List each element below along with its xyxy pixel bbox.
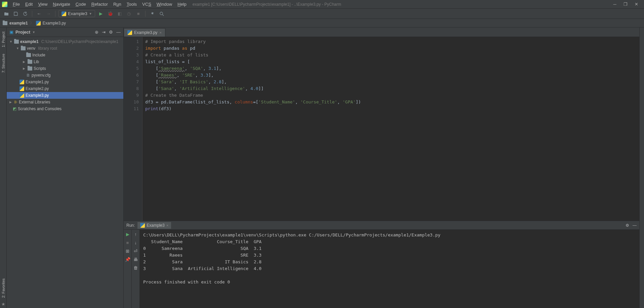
down-icon[interactable]: ↓ <box>134 240 137 245</box>
open-icon[interactable] <box>3 10 10 17</box>
gear-icon[interactable]: ⚙ <box>109 30 113 35</box>
rerun-icon[interactable]: ▶ <box>126 232 129 237</box>
forward-icon[interactable]: → <box>45 10 52 17</box>
profile-icon[interactable]: ◷ <box>125 10 133 17</box>
tree-external-libraries[interactable]: ▶ ⊪ External Libraries <box>7 99 123 105</box>
chevron-down-icon[interactable]: ▼ <box>16 47 19 50</box>
tree-example2[interactable]: Example2.py <box>7 85 123 92</box>
sidetab-structure[interactable]: 7: Structure <box>1 51 6 76</box>
chevron-down-icon[interactable]: ▼ <box>9 40 13 43</box>
svg-point-0 <box>160 12 163 15</box>
tree-example1[interactable]: Example1.py <box>7 79 123 85</box>
library-icon: ⊪ <box>14 100 17 104</box>
run-toolbar-right: ↑ ↓ ⏎ 🖶 🗑 <box>132 230 140 308</box>
project-view-icon: ▣ <box>9 30 13 35</box>
menu-window[interactable]: Window <box>154 1 175 8</box>
tree-scratches[interactable]: ◩ Scratches and Consoles <box>7 105 123 112</box>
tree-pyvenv[interactable]: 🗎 pyvenv.cfg <box>7 72 123 79</box>
breadcrumb-project[interactable]: example1 <box>9 21 28 26</box>
tree-example3[interactable]: Example3.py <box>7 92 123 99</box>
chevron-right-icon[interactable]: ▶ <box>23 60 26 63</box>
close-tab-icon[interactable]: × <box>159 31 161 35</box>
debug-icon[interactable]: 🐞 <box>107 10 114 17</box>
pycharm-icon <box>2 2 7 7</box>
collapse-icon[interactable]: ⇥ <box>102 30 106 35</box>
tree-include[interactable]: Include <box>7 52 123 58</box>
tree-root[interactable]: ▼ example1 C:\Users\DELL\PycharmProjects… <box>7 38 123 45</box>
editor-area: Example3.py × 1234567891011 # Import pan… <box>124 28 639 221</box>
breadcrumb-sep: 〉 <box>30 20 34 26</box>
run-config-selector[interactable]: Example3 ▼ <box>58 10 95 17</box>
run-tab-example3[interactable]: Example3 × <box>137 222 171 229</box>
run-label: Run: <box>126 223 135 228</box>
python-icon <box>140 223 145 228</box>
print-icon[interactable]: 🖶 <box>133 257 138 262</box>
file-icon: 🗎 <box>26 73 30 78</box>
back-icon[interactable]: ← <box>35 10 43 17</box>
menu-view[interactable]: View <box>35 1 50 8</box>
menubar: File Edit View Navigate Code Refactor Ru… <box>0 0 644 9</box>
menu-vcs[interactable]: VCS <box>139 1 154 8</box>
sidetab-project[interactable]: 1: Project <box>1 29 6 50</box>
scratches-icon: ◩ <box>13 106 16 111</box>
tree-scripts[interactable]: ▶ Scripts <box>7 65 123 72</box>
layout-icon[interactable]: ⊞ <box>126 249 129 254</box>
panel-title[interactable]: Project <box>15 30 30 35</box>
close-icon[interactable]: ✕ <box>634 2 639 7</box>
locate-icon[interactable]: ⊕ <box>95 30 98 35</box>
gear-icon[interactable]: ⚙ <box>626 223 629 228</box>
hide-icon[interactable]: — <box>116 30 121 35</box>
hide-icon[interactable]: — <box>633 223 637 228</box>
folder-icon <box>28 67 32 71</box>
chevron-right-icon[interactable]: ▶ <box>23 67 26 70</box>
tree-lib[interactable]: ▶ Lib <box>7 58 123 65</box>
menu-code[interactable]: Code <box>73 1 89 8</box>
maximize-icon[interactable]: ❐ <box>623 2 628 7</box>
code-content[interactable]: # Import pandas library import pandas as… <box>143 37 364 221</box>
menu-file[interactable]: File <box>10 1 23 8</box>
wrap-icon[interactable]: ⏎ <box>134 249 137 254</box>
stop-icon[interactable]: ■ <box>135 10 142 17</box>
tab-label: Example3.py <box>134 30 157 35</box>
run-toolbar-left: ▶ ■ ⊞ 📌 <box>124 230 132 308</box>
menu-help[interactable]: Help <box>175 1 189 8</box>
project-panel: ▣ Project ▼ ⊕ ⇥ ⚙ — ▼ example1 C:\Users\… <box>7 28 124 308</box>
menu-edit[interactable]: Edit <box>23 1 35 8</box>
menu-navigate[interactable]: Navigate <box>50 1 73 8</box>
chevron-down-icon[interactable]: ▼ <box>32 31 35 34</box>
menu-run[interactable]: Run <box>111 1 124 8</box>
star-icon[interactable]: ★ <box>1 300 5 308</box>
pin-icon[interactable]: 📌 <box>125 257 130 262</box>
menu-refactor[interactable]: Refactor <box>89 1 111 8</box>
left-side-tabs: 1: Project 7: Structure 2: Favorites ★ <box>0 28 7 308</box>
folder-icon <box>28 60 32 64</box>
breadcrumb-file[interactable]: Example3.py <box>43 21 66 26</box>
refresh-icon[interactable] <box>22 10 29 17</box>
up-icon[interactable]: ↑ <box>134 232 137 237</box>
menu-tools[interactable]: Tools <box>124 1 139 8</box>
run-icon[interactable]: ▶ <box>97 10 105 17</box>
coverage-icon[interactable]: ◧ <box>116 10 123 17</box>
breadcrumb: example1 〉 Example3.py <box>0 19 644 28</box>
folder-icon <box>14 40 19 44</box>
console-output[interactable]: C:\Users\DELL\PycharmProjects\example1\v… <box>140 230 639 308</box>
chevron-down-icon: ▼ <box>89 12 92 15</box>
minimize-icon[interactable]: ─ <box>612 2 617 7</box>
stop-icon[interactable]: ■ <box>126 240 129 245</box>
python-icon <box>19 93 24 98</box>
save-icon[interactable] <box>12 10 19 17</box>
folder-icon <box>21 46 26 50</box>
chevron-right-icon[interactable]: ▶ <box>9 100 13 104</box>
code-editor[interactable]: 1234567891011 # Import pandas library im… <box>124 37 639 221</box>
editor-tab-example3[interactable]: Example3.py × <box>124 28 165 37</box>
window-title: example1 [C:\Users\DELL\PycharmProjects\… <box>193 2 341 7</box>
sidetab-favorites[interactable]: 2: Favorites <box>1 276 6 300</box>
settings-icon[interactable] <box>149 10 156 17</box>
python-icon <box>19 80 24 84</box>
right-side-gutter <box>639 28 644 308</box>
folder-icon <box>26 53 31 57</box>
search-icon[interactable] <box>158 10 165 17</box>
trash-icon[interactable]: 🗑 <box>133 265 138 270</box>
close-tab-icon[interactable]: × <box>166 223 168 227</box>
tree-venv[interactable]: ▼ venv library root <box>7 45 123 52</box>
